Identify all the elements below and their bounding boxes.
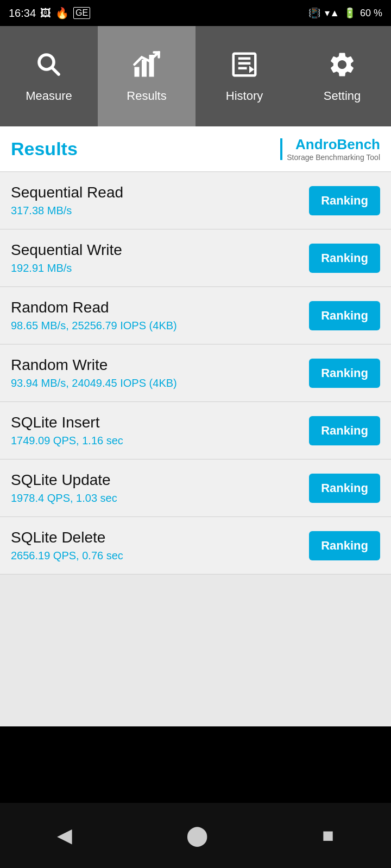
brand-bench: Bench [337, 136, 380, 152]
result-info-sqlite-delete: SQLite Delete 2656.19 QPS, 0.76 sec [11, 529, 123, 562]
photo-icon: 🖼 [40, 7, 51, 20]
result-value-sqlite-insert: 1749.09 QPS, 1.16 sec [11, 435, 123, 447]
battery-percent: 60 % [360, 8, 382, 19]
result-name-rand-read: Random Read [11, 299, 177, 316]
bottom-nav: ◀ ⬤ ■ [0, 803, 391, 868]
result-value-seq-write: 192.91 MB/s [11, 262, 122, 275]
brand-logo: AndroBench Storage Benchmarking Tool [280, 136, 380, 162]
result-value-rand-write: 93.94 MB/s, 24049.45 IOPS (4KB) [11, 377, 177, 390]
tab-history[interactable]: History [195, 26, 293, 126]
svg-line-1 [52, 67, 59, 74]
tab-setting[interactable]: Setting [293, 26, 391, 126]
tab-bar: Measure Results History [0, 26, 391, 126]
result-row-sqlite-delete: SQLite Delete 2656.19 QPS, 0.76 sec Rank… [0, 517, 391, 575]
battery-icon: 🔋 [344, 7, 356, 19]
status-left: 16:34 🖼 🔥 GE [9, 7, 90, 20]
result-info-rand-write: Random Write 93.94 MB/s, 24049.45 IOPS (… [11, 356, 177, 390]
result-value-rand-read: 98.65 MB/s, 25256.79 IOPS (4KB) [11, 320, 177, 332]
result-row-rand-read: Random Read 98.65 MB/s, 25256.79 IOPS (4… [0, 287, 391, 344]
result-name-seq-read: Sequential Read [11, 184, 123, 201]
result-info-seq-read: Sequential Read 317.38 MB/s [11, 184, 123, 217]
result-name-rand-write: Random Write [11, 356, 177, 374]
ranking-btn-rand-read[interactable]: Ranking [309, 301, 380, 330]
result-value-sqlite-update: 1978.4 QPS, 1.03 sec [11, 492, 117, 505]
time: 16:34 [9, 7, 36, 20]
status-right: 📳 ▾▲ 🔋 60 % [308, 7, 382, 19]
svg-rect-3 [142, 60, 147, 77]
results-list: Sequential Read 317.38 MB/s Ranking Sequ… [0, 172, 391, 575]
result-name-sqlite-update: SQLite Update [11, 471, 117, 489]
result-row-seq-write: Sequential Write 192.91 MB/s Ranking [0, 229, 391, 287]
status-bar: 16:34 🖼 🔥 GE 📳 ▾▲ 🔋 60 % [0, 0, 391, 26]
brand-bar [280, 138, 282, 160]
result-name-seq-write: Sequential Write [11, 241, 122, 259]
results-title: Results [11, 138, 78, 159]
main-content: Results AndroBench Storage Benchmarking … [0, 126, 391, 726]
tab-results[interactable]: Results [98, 26, 195, 126]
result-row-rand-write: Random Write 93.94 MB/s, 24049.45 IOPS (… [0, 344, 391, 402]
result-value-seq-read: 317.38 MB/s [11, 205, 123, 217]
chart-icon [132, 50, 161, 84]
result-row-sqlite-update: SQLite Update 1978.4 QPS, 1.03 sec Ranki… [0, 459, 391, 517]
tab-measure-label: Measure [26, 89, 72, 103]
back-button[interactable]: ◀ [41, 819, 89, 852]
ranking-btn-seq-write[interactable]: Ranking [309, 244, 380, 273]
tab-measure[interactable]: Measure [0, 26, 98, 126]
result-row-seq-read: Sequential Read 317.38 MB/s Ranking [0, 172, 391, 229]
brand-sub: Storage Benchmarking Tool [287, 153, 380, 162]
home-button[interactable]: ⬤ [170, 819, 224, 852]
result-info-seq-write: Sequential Write 192.91 MB/s [11, 241, 122, 275]
result-info-rand-read: Random Read 98.65 MB/s, 25256.79 IOPS (4… [11, 299, 177, 332]
ranking-btn-sqlite-insert[interactable]: Ranking [309, 416, 380, 445]
svg-rect-2 [135, 67, 140, 76]
result-name-sqlite-delete: SQLite Delete [11, 529, 123, 546]
brand-text: AndroBench Storage Benchmarking Tool [287, 136, 380, 162]
results-header: Results AndroBench Storage Benchmarking … [0, 126, 391, 172]
tab-history-label: History [226, 89, 263, 103]
tab-setting-label: Setting [324, 89, 361, 103]
wifi-icon: ▾▲ [325, 7, 339, 19]
result-info-sqlite-insert: SQLite Insert 1749.09 QPS, 1.16 sec [11, 414, 123, 447]
result-info-sqlite-update: SQLite Update 1978.4 QPS, 1.03 sec [11, 471, 117, 505]
result-name-sqlite-insert: SQLite Insert [11, 414, 123, 431]
ranking-btn-rand-write[interactable]: Ranking [309, 359, 380, 388]
ranking-btn-seq-read[interactable]: Ranking [309, 186, 380, 215]
brand-name: AndroBench [295, 136, 380, 153]
brand-andro: Andro [295, 136, 337, 152]
vibrate-icon: 📳 [308, 7, 320, 19]
result-value-sqlite-delete: 2656.19 QPS, 0.76 sec [11, 550, 123, 562]
fire-icon: 🔥 [55, 7, 69, 20]
search-icon [34, 50, 64, 84]
empty-space [0, 575, 391, 726]
result-row-sqlite-insert: SQLite Insert 1749.09 QPS, 1.16 sec Rank… [0, 402, 391, 459]
recents-button[interactable]: ■ [306, 819, 350, 852]
tab-results-label: Results [127, 89, 166, 103]
history-icon [230, 50, 259, 84]
svg-marker-9 [249, 66, 254, 73]
ge-icon: GE [73, 7, 90, 19]
gear-icon [327, 50, 357, 84]
ranking-btn-sqlite-delete[interactable]: Ranking [309, 531, 380, 560]
ranking-btn-sqlite-update[interactable]: Ranking [309, 474, 380, 503]
